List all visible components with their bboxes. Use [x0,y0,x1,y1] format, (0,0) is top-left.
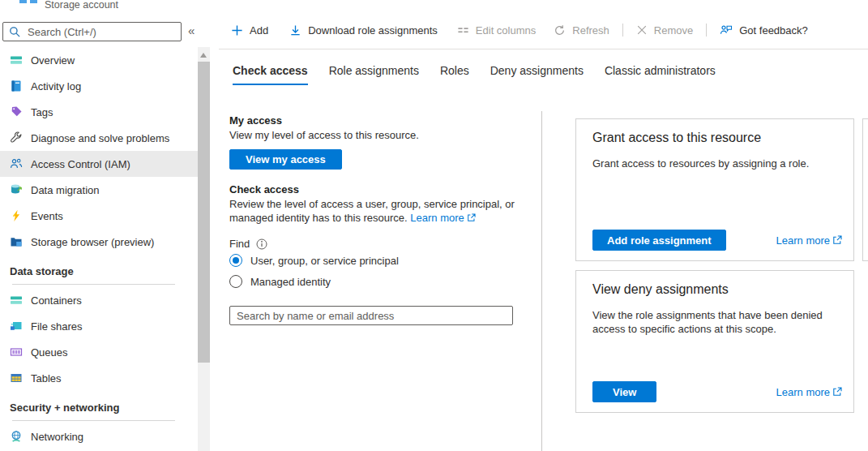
sidebar-item-tags[interactable]: Tags [0,99,198,125]
sidebar-item-label: Queues [31,346,68,359]
card-title: Grant access to this resource [592,131,842,145]
grant-access-card: Grant access to this resource Grant acce… [575,118,854,261]
activity-log-icon [10,79,23,92]
folder-icon [10,235,23,248]
sidebar-item-tables[interactable]: Tables [0,365,198,391]
blade-subtitle: Storage account [45,0,118,11]
radio-user-group-service-principal[interactable]: User, group, or service principal [229,254,399,267]
search-icon [9,26,21,38]
scrollbar-thumb[interactable] [198,62,210,363]
divider [541,111,542,451]
sidebar-item-access-control-iam[interactable]: Access Control (IAM) [0,151,198,177]
view-my-access-button[interactable]: View my access [229,149,342,170]
sidebar-item-label: Events [31,210,63,222]
queues-icon [10,346,23,359]
sidebar-section-security-networking: Security + networking [0,398,198,416]
divider [12,420,175,421]
learn-more-link[interactable]: Learn more [776,386,842,398]
external-link-icon [467,213,476,222]
download-role-assignments-button[interactable]: Download role assignments [289,24,438,37]
sidebar-item-data-migration[interactable]: Data migration [0,177,198,203]
download-icon [289,24,301,37]
external-link-icon [832,235,842,245]
remove-button[interactable]: Remove [636,24,693,37]
info-icon[interactable] [256,238,267,250]
scroll-up-icon[interactable] [200,53,207,58]
sidebar-search-input[interactable] [2,22,182,41]
tab-classic-administrators[interactable]: Classic administrators [605,64,716,85]
add-role-assignment-button[interactable]: Add role assignment [592,230,726,251]
find-label: Find [229,238,250,250]
partial-card [862,118,868,261]
radio-label: User, group, or service principal [250,255,399,267]
overview-icon [10,54,23,67]
tables-icon [10,372,23,384]
sidebar-item-queues[interactable]: Queues [0,339,198,365]
sidebar-scrollbar[interactable] [198,47,210,451]
view-deny-assignments-card: View deny assignments View the role assi… [575,270,854,413]
access-control-icon [10,157,23,170]
sidebar-item-activity-log[interactable]: Activity log [0,73,198,99]
tab-role-assignments[interactable]: Role assignments [329,64,419,85]
close-icon [636,24,648,36]
view-button[interactable]: View [592,381,656,402]
storage-account-icon [19,0,39,4]
plus-icon [231,24,243,37]
collapse-sidebar-button[interactable]: « [188,23,195,39]
check-access-title: Check access [229,183,299,195]
sidebar-item-label: Access Control (IAM) [31,158,130,170]
sidebar-item-file-shares[interactable]: File shares [0,313,198,339]
card-title: View deny assignments [592,282,842,297]
sidebar-item-label: Diagnose and solve problems [31,132,169,144]
sidebar-item-label: Overview [31,54,75,67]
learn-more-link[interactable]: Learn more [410,211,475,225]
my-access-description: View my level of access to this resource… [229,128,419,142]
tab-bar: Check access Role assignments Roles Deny… [233,64,716,85]
got-feedback-button[interactable]: Got feedback? [720,24,808,37]
sidebar-item-label: Activity log [31,80,81,92]
refresh-button[interactable]: Refresh [554,24,609,37]
file-shares-icon [10,320,23,333]
sidebar-item-containers[interactable]: Containers [0,287,198,313]
globe-icon [10,430,23,443]
sidebar-item-label: Networking [31,431,83,443]
sidebar-item-label: File shares [31,320,83,333]
toolbar-separator [622,24,623,37]
lightning-icon [10,209,23,222]
sidebar-item-label: Containers [31,294,82,307]
radio-label: Managed identity [250,276,331,288]
tag-icon [10,105,23,118]
wrench-icon [10,131,23,144]
divider [219,49,868,49]
edit-columns-button[interactable]: Edit columns [457,24,536,37]
sidebar-item-diagnose[interactable]: Diagnose and solve problems [0,125,198,151]
card-description: View the role assignments that have been… [592,308,844,336]
radio-unselected-icon[interactable] [229,275,242,288]
command-bar: Add Download role assignments Edit colum… [231,12,808,48]
data-migration-icon [10,183,23,196]
tab-deny-assignments[interactable]: Deny assignments [490,64,584,85]
radio-selected-icon[interactable] [229,254,242,267]
sidebar-item-networking[interactable]: Networking [0,423,198,449]
radio-managed-identity[interactable]: Managed identity [229,275,331,288]
toolbar-separator [706,24,707,37]
sidebar-item-events[interactable]: Events [0,203,198,229]
edit-columns-icon [457,24,469,37]
sidebar-item-storage-browser[interactable]: Storage browser (preview) [0,229,198,255]
sidebar-section-data-storage: Data storage [0,262,198,280]
tab-check-access[interactable]: Check access [233,64,308,85]
external-link-icon [832,387,842,397]
containers-icon [10,294,23,307]
card-description: Grant access to resources by assigning a… [592,157,844,170]
tab-roles[interactable]: Roles [440,64,469,85]
check-access-search-input[interactable] [229,306,513,325]
divider [12,284,175,285]
learn-more-link[interactable]: Learn more [776,234,842,247]
check-access-description: Review the level of access a user, group… [229,197,547,225]
sidebar-item-label: Tables [31,372,62,384]
my-access-title: My access [229,114,282,127]
add-button[interactable]: Add [231,24,268,37]
feedback-icon [720,24,733,37]
sidebar-item-overview[interactable]: Overview [0,47,198,73]
sidebar-item-label: Storage browser (preview) [31,236,154,248]
